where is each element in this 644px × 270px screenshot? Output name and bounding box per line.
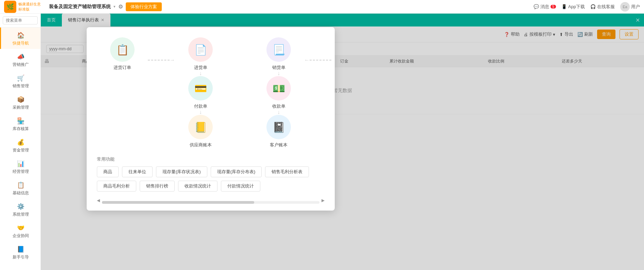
- arrow-down-receipt: ↓: [253, 109, 304, 115]
- payment-bill-icon: 💳: [188, 76, 213, 101]
- content-area: 首页 销售订单执行表 ✕ ✕ ❓ 帮助 🖨 按模板打印: [41, 14, 644, 270]
- system-title-area: 装备及固定资产辅助管理系统 ▾ ⚙ 体验行业方案: [45, 2, 534, 11]
- purchase-bill-label: 进货单: [194, 65, 207, 71]
- receipt-bill-label: 收款单: [272, 103, 285, 109]
- func-button-0[interactable]: 商品: [97, 166, 119, 177]
- common-functions-title: 常用功能: [97, 156, 325, 162]
- supplier-ledger-icon: 📒: [188, 115, 213, 139]
- flow-item-purchase-bill[interactable]: 📄 进货单: [175, 37, 226, 71]
- arrow-sales-order-to-sales-bill: ←: [304, 57, 331, 63]
- logo-icon: 🌿: [4, 1, 16, 13]
- func-button-7[interactable]: 收款情况统计: [178, 181, 217, 192]
- message-icon: 💬: [534, 4, 539, 9]
- basic-info-icon: 📋: [17, 181, 24, 189]
- top-bar: 🌿 畅康通好生意 标准版 装备及固定资产辅助管理系统 ▾ ⚙ 体验行业方案 💬 …: [0, 0, 644, 14]
- enterprise-icon: 🤝: [17, 224, 24, 232]
- payment-bill-label: 付款单: [194, 103, 207, 109]
- sidebar-item-quick-nav[interactable]: 🏠 快捷导航: [0, 28, 40, 49]
- func-buttons-container: 商品往来单位现存量(库存状况表)现存量(库存分布表)销售毛利分析表商品毛利分析销…: [97, 166, 325, 192]
- func-button-6[interactable]: 销售排行榜: [140, 181, 175, 192]
- sidebar-item-inventory[interactable]: 🏪 库存核算: [0, 113, 40, 134]
- sidebar-item-basic-info[interactable]: 📋 基础信息: [0, 177, 40, 199]
- top-bar-right: 💬 消息 5 📱 App下载 🎧 在线客服 Ea 用户: [534, 2, 640, 12]
- system-icon: ⚙️: [17, 203, 24, 210]
- flow-item-sales-order[interactable]: 📑 销售订单: [331, 37, 335, 71]
- sales-label: 销售管理: [13, 83, 29, 89]
- sidebar-item-newbie[interactable]: 📘 新手引导: [0, 241, 40, 263]
- arrow-down-sales-bill: ↓: [253, 70, 304, 76]
- sidebar-items-container: 🏠 快捷导航 📣 营销推广 🛒 销售管理 📦 采购管理 🏪 库存核算 💰 资金管…: [0, 28, 40, 263]
- settings-icon[interactable]: ⚙: [118, 3, 123, 10]
- arrow-down-purchase-bill: ↓: [175, 70, 226, 76]
- main-area: 🏠 快捷导航 📣 营销推广 🛒 销售管理 📦 采购管理 🏪 库存核算 💰 资金管…: [0, 14, 644, 270]
- sidebar-item-purchase[interactable]: 📦 采购管理: [0, 92, 40, 113]
- sidebar-item-sales[interactable]: 🛒 销售管理: [0, 70, 40, 92]
- sidebar-item-system[interactable]: ⚙️ 系统管理: [0, 199, 40, 220]
- system-name: 装备及固定资产辅助管理系统: [49, 4, 111, 10]
- purchase-order-icon: 📋: [110, 37, 135, 62]
- purchase-bill-icon: 📄: [188, 37, 213, 62]
- avatar: Ea: [620, 2, 630, 12]
- arrow-purchase-order-to-purchase-bill: →: [148, 57, 175, 63]
- try-button[interactable]: 体验行业方案: [126, 2, 162, 11]
- flow-item-sales-bill[interactable]: 📃 销货单: [253, 37, 304, 71]
- sales-bill-label: 销货单: [272, 65, 285, 71]
- popup-box: 📋 进货订单 → 📄 进货单: [87, 27, 335, 211]
- system-dropdown-arrow[interactable]: ▾: [114, 4, 116, 9]
- func-button-2[interactable]: 现存量(库存状况表): [156, 166, 207, 177]
- arrow-down-payment: ↓: [175, 109, 226, 115]
- purchase-icon: 📦: [17, 96, 24, 103]
- inventory-icon: 🏪: [17, 117, 24, 125]
- headset-icon: 🎧: [590, 4, 596, 9]
- func-button-5[interactable]: 商品毛利分析: [97, 181, 136, 192]
- func-button-3[interactable]: 现存量(库存分布表): [211, 166, 262, 177]
- func-button-8[interactable]: 付款情况统计: [221, 181, 260, 192]
- purchase-order-label: 进货订单: [114, 65, 131, 71]
- popup-scrollbar-area: ◀ ▶: [97, 197, 325, 204]
- inventory-label: 库存核算: [13, 126, 29, 132]
- func-button-1[interactable]: 往来单位: [122, 166, 153, 177]
- flow-item-purchase-order[interactable]: 📋 进货订单: [97, 37, 148, 71]
- logo-area: 🌿 畅康通好生意 标准版: [4, 1, 45, 13]
- newbie-icon: 📘: [17, 246, 24, 253]
- online-service-button[interactable]: 🎧 在线客服: [590, 4, 615, 10]
- message-button[interactable]: 💬 消息 5: [534, 4, 556, 10]
- scroll-left-arrow[interactable]: ◀: [97, 198, 100, 203]
- search-input[interactable]: [3, 16, 38, 24]
- marketing-label: 营销推广: [13, 62, 29, 68]
- basic-info-label: 基础信息: [13, 190, 29, 196]
- app-download-button[interactable]: 📱 App下载: [561, 4, 585, 10]
- sidebar-search-area: [0, 14, 40, 28]
- newbie-label: 新手引导: [13, 254, 29, 260]
- flow-item-receipt-bill[interactable]: 💵 收款单: [253, 76, 304, 109]
- sidebar-item-marketing[interactable]: 📣 营销推广: [0, 49, 40, 70]
- customer-ledger-label: 客户账本: [270, 142, 288, 148]
- popup-overlay: 📋 进货订单 → 📄 进货单: [41, 14, 644, 270]
- user-button[interactable]: Ea 用户: [620, 2, 640, 12]
- popup-horizontal-scrollbar[interactable]: [102, 201, 319, 204]
- func-button-4[interactable]: 销售毛利分析表: [265, 166, 309, 177]
- flow-item-customer-ledger[interactable]: 📓 客户账本: [253, 115, 304, 148]
- sidebar-item-finance[interactable]: 💰 资金管理: [0, 134, 40, 156]
- flow-item-payment-bill[interactable]: 💳 付款单: [175, 76, 226, 109]
- operation-icon: 📊: [17, 160, 24, 167]
- system-label: 系统管理: [13, 212, 29, 217]
- sidebar-item-operation[interactable]: 📊 经营管理: [0, 156, 40, 177]
- sales-bill-icon: 📃: [266, 37, 291, 62]
- quick-nav-icon: 🏠: [17, 32, 24, 39]
- scrollbar-thumb: [102, 201, 254, 204]
- common-functions-section: 常用功能 商品往来单位现存量(库存状况表)现存量(库存分布表)销售毛利分析表商品…: [97, 156, 325, 192]
- logo-text: 畅康通好生意 标准版: [18, 2, 41, 12]
- purchase-label: 采购管理: [13, 105, 29, 110]
- operation-label: 经营管理: [13, 169, 29, 175]
- supplier-ledger-label: 供应商账本: [190, 142, 212, 148]
- sales-icon: 🛒: [17, 74, 24, 82]
- sidebar-item-enterprise[interactable]: 🤝 企业协同: [0, 220, 40, 241]
- customer-ledger-icon: 📓: [266, 115, 291, 139]
- mobile-icon: 📱: [561, 4, 567, 9]
- receipt-bill-icon: 💵: [266, 76, 291, 101]
- scroll-right-arrow[interactable]: ▶: [321, 198, 325, 203]
- finance-label: 资金管理: [13, 147, 29, 153]
- flow-item-supplier-ledger[interactable]: 📒 供应商账本: [175, 115, 226, 148]
- marketing-icon: 📣: [17, 53, 24, 60]
